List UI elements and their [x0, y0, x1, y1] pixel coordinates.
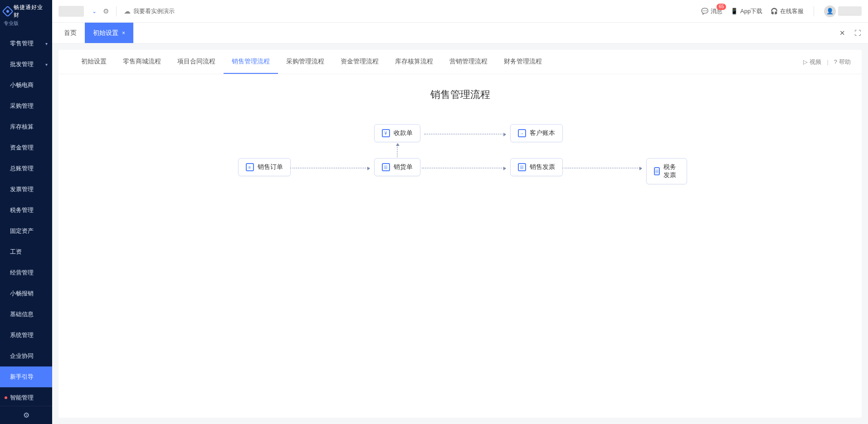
sidebar-item-5[interactable]: 资金管理 [0, 137, 52, 158]
close-icon[interactable]: × [122, 30, 125, 36]
video-label: 视频 [809, 58, 821, 66]
flow-node-sales-order[interactable]: ≡ 销售订单 [238, 158, 291, 176]
flow-node-sales-invoice[interactable]: ☰ 销售发票 [510, 158, 563, 176]
divider [814, 6, 814, 16]
tab-1[interactable]: 初始设置× [85, 23, 133, 43]
logo-icon [2, 5, 13, 17]
tax-icon: ☰ [654, 167, 660, 175]
logo-area: 畅捷通好业财 专业版 [0, 0, 52, 30]
connector-vertical [397, 144, 398, 157]
sub-tab-1[interactable]: 零售商城流程 [115, 50, 169, 74]
sidebar-item-9[interactable]: 固定资产 [0, 221, 52, 241]
sub-tab-label: 库存核算流程 [395, 58, 433, 66]
sidebar-item-3[interactable]: 采购管理 [0, 96, 52, 116]
sidebar-item-1[interactable]: 批发管理▾ [0, 54, 52, 75]
sidebar-item-2[interactable]: 小畅电商 [0, 75, 52, 96]
separator: | [827, 58, 828, 65]
sub-tab-0[interactable]: 初始设置 [73, 50, 115, 74]
sidebar-item-label: 税务管理 [10, 206, 34, 214]
sidebar-item-8[interactable]: 税务管理 [0, 200, 52, 221]
demo-link-label: 我要看实例演示 [133, 7, 175, 15]
flow-node-tax-invoice[interactable]: ☰ 税务发票 [646, 158, 687, 184]
sub-tab-label: 财务管理流程 [504, 58, 542, 66]
user-menu[interactable]: 👤 . [824, 5, 862, 17]
sidebar-item-14[interactable]: 系统管理 [0, 325, 52, 346]
company-dropdown-icon[interactable]: ⌄ [92, 8, 97, 14]
order-icon: ≡ [246, 163, 254, 171]
sidebar-item-label: 采购管理 [10, 102, 34, 110]
tab-0[interactable]: 首页 [56, 23, 85, 43]
sidebar-item-13[interactable]: 基础信息 [0, 304, 52, 325]
sub-tab-7[interactable]: 营销管理流程 [441, 50, 496, 74]
sidebar-item-label: 工资 [10, 248, 22, 256]
sidebar-bottom: ⚙ [0, 406, 52, 424]
sidebar-item-label: 零售管理 [10, 39, 34, 48]
sub-tab-5[interactable]: 资金管理流程 [332, 50, 387, 74]
sidebar-item-12[interactable]: 小畅报销 [0, 283, 52, 304]
sidebar-item-16[interactable]: 新手引导 [0, 366, 52, 387]
top-settings-icon[interactable]: ⚙ [103, 7, 109, 15]
sidebar-item-0[interactable]: 零售管理▾ [0, 33, 52, 54]
sidebar-item-7[interactable]: 发票管理 [0, 179, 52, 200]
messages-badge: 65 [717, 4, 726, 10]
online-service-button[interactable]: 🎧 在线客服 [770, 7, 804, 15]
online-service-label: 在线客服 [780, 7, 804, 15]
message-icon: 💬 [701, 8, 708, 14]
settings-icon[interactable]: ⚙ [23, 411, 29, 419]
sidebar-item-15[interactable]: 企业协同 [0, 346, 52, 366]
flow-title: 销售管理流程 [59, 88, 862, 101]
sidebar-item-6[interactable]: 总账管理 [0, 158, 52, 179]
node-label: 税务发票 [663, 163, 679, 179]
connector [424, 134, 506, 135]
demo-link[interactable]: ☁ 我要看实例演示 [124, 7, 175, 15]
sub-tab-4[interactable]: 采购管理流程 [278, 50, 332, 74]
sub-tab-6[interactable]: 库存核算流程 [387, 50, 441, 74]
delivery-icon: ☰ [382, 163, 390, 171]
company-selector[interactable] [59, 6, 84, 17]
main: ⌄ ⚙ ☁ 我要看实例演示 💬 消息 65 📱 App下载 🎧 [52, 0, 868, 424]
flow-node-receipt[interactable]: ¥ 收款单 [374, 124, 420, 142]
chevron-down-icon: ▾ [45, 41, 48, 46]
sidebar-item-4[interactable]: 库存核算 [0, 116, 52, 137]
sidebar-item-label: 新手引导 [10, 373, 34, 381]
content-wrap: 初始设置零售商城流程项目合同流程销售管理流程采购管理流程资金管理流程库存核算流程… [52, 43, 868, 424]
content-card: 初始设置零售商城流程项目合同流程销售管理流程采购管理流程资金管理流程库存核算流程… [59, 50, 862, 418]
flow-diagram: ¥ 收款单 → 客户账本 ≡ 销售订单 [234, 124, 687, 215]
sidebar-item-17[interactable]: 智能管理 [0, 387, 52, 406]
sidebar-item-label: 发票管理 [10, 185, 34, 193]
sidebar-item-label: 经营管理 [10, 269, 34, 277]
messages-button[interactable]: 💬 消息 65 [701, 7, 722, 15]
sidebar-item-label: 小畅电商 [10, 81, 34, 89]
help-icon: ? [834, 58, 837, 65]
headset-icon: 🎧 [770, 8, 778, 14]
notification-dot-icon [5, 396, 7, 399]
sub-tab-2[interactable]: 项目合同流程 [169, 50, 224, 74]
sidebar-item-11[interactable]: 经营管理 [0, 262, 52, 283]
sub-tab-label: 营销管理流程 [449, 58, 488, 66]
phone-icon: 📱 [731, 8, 738, 14]
app-download-button[interactable]: 📱 App下载 [731, 7, 762, 15]
node-label: 销售订单 [258, 163, 283, 171]
fullscreen-button[interactable]: ⛶ [852, 27, 863, 39]
sub-tab-label: 采购管理流程 [286, 58, 324, 66]
cloud-icon: ☁ [124, 7, 131, 15]
flow-node-customer-ledger[interactable]: → 客户账本 [510, 124, 563, 142]
node-label: 客户账本 [530, 129, 555, 137]
sub-tab-label: 项目合同流程 [177, 58, 215, 66]
topbar-right: 💬 消息 65 📱 App下载 🎧 在线客服 👤 . [701, 5, 862, 17]
sub-tab-3[interactable]: 销售管理流程 [224, 50, 278, 74]
ledger-icon: → [518, 129, 526, 137]
sub-tab-label: 初始设置 [81, 58, 107, 66]
receipt-icon: ¥ [382, 129, 390, 137]
video-link[interactable]: ▷ 视频 [803, 58, 821, 66]
nav-list: 零售管理▾批发管理▾小畅电商采购管理库存核算资金管理总账管理发票管理税务管理固定… [0, 33, 52, 406]
sidebar-item-10[interactable]: 工资 [0, 241, 52, 262]
sub-tab-label: 资金管理流程 [341, 58, 379, 66]
close-tab-button[interactable]: ✕ [836, 27, 848, 39]
sub-tab-8[interactable]: 财务管理流程 [496, 50, 550, 74]
invoice-icon: ☰ [518, 163, 526, 171]
play-icon: ▷ [803, 58, 808, 65]
flow-node-sales-delivery[interactable]: ☰ 销货单 [374, 158, 420, 176]
help-link[interactable]: ? 帮助 [834, 58, 851, 66]
logo-subtitle: 专业版 [4, 20, 49, 27]
